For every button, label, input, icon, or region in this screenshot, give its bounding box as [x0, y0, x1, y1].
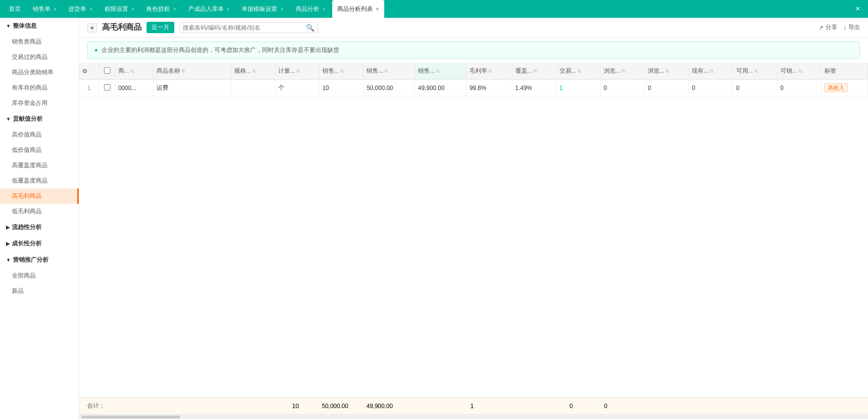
col-sale-amt2[interactable]: 销售...⇅ [415, 63, 466, 80]
footer-sale-amt2: 49,900.00 [366, 403, 411, 410]
sidebar-item-stock-capital[interactable]: 库存资金占用 [0, 95, 79, 111]
nav-role-auth[interactable]: 角色授权 × [141, 0, 181, 18]
nav-goods-analysis[interactable]: 商品分析 × [291, 0, 330, 18]
cell-tag: 高收入 [821, 80, 868, 96]
sidebar-group-overall[interactable]: ▼ 整体信息 [0, 18, 79, 34]
close-icon[interactable]: × [322, 6, 325, 12]
nav-template-settings[interactable]: 单据模板设置 × [237, 0, 288, 18]
sidebar-item-all-goods[interactable]: 全部商品 [0, 268, 79, 283]
col-sale-amt[interactable]: 销售...⇅ [363, 63, 415, 80]
main-layout: ▼ 整体信息 销售类商品 交易过的商品 商品分类助销率 有库存的商品 库存资金占… [0, 18, 868, 419]
col-current[interactable]: 现有...⇅ [689, 63, 733, 80]
col-name[interactable]: 商品名称⇅ [153, 63, 231, 80]
col-code[interactable]: 商...⇅ [115, 63, 153, 80]
sidebar-group-finance[interactable]: ▼ 贡献值分析 [0, 111, 79, 127]
cell-trade[interactable]: 1 [556, 80, 600, 96]
col-available[interactable]: 可用...⇅ [733, 63, 777, 80]
chevron-down-icon: ▼ [6, 23, 11, 29]
sidebar-item-sales-goods[interactable]: 销售类商品 [0, 34, 79, 49]
col-tag[interactable]: 标签 [821, 63, 868, 80]
horizontal-scrollbar[interactable] [79, 414, 868, 419]
footer-current: 0 [569, 403, 604, 410]
data-table: ⚙ 商...⇅ 商品名称⇅ 规格...⇅ [79, 63, 868, 96]
close-icon[interactable]: × [376, 6, 379, 12]
sidebar-item-traded-goods[interactable]: 交易过的商品 [0, 49, 79, 65]
top-nav: 首页 销售单 × 进货单 × 权限设置 × 角色授权 × 产成品入库单 × 单据… [0, 0, 868, 18]
col-trade[interactable]: 交易...⇅ [556, 63, 600, 80]
nav-goods-analysis-list[interactable]: 商品分析列表 × [332, 0, 384, 18]
col-coverage[interactable]: 覆盖...⇅ [512, 63, 556, 80]
nav-purchase-order[interactable]: 进货单 × [63, 0, 97, 18]
col-settings[interactable]: ⚙ [79, 63, 99, 80]
chevron-down-icon: ▼ [6, 257, 11, 263]
cell-view2: 0 [645, 80, 689, 96]
table-container: ⚙ 商...⇅ 商品名称⇅ 规格...⇅ [79, 63, 868, 397]
page-title: 高毛利商品 [102, 22, 142, 33]
chevron-right-icon: ▶ [6, 225, 10, 230]
table-header-row: ⚙ 商...⇅ 商品名称⇅ 规格...⇅ [79, 63, 868, 80]
col-view1[interactable]: 浏览...⇅ [600, 63, 644, 80]
header-actions: ↗ 分享 ↓ 导出 [818, 23, 860, 32]
cell-sale-qty: 10 [319, 80, 363, 96]
sidebar-item-high-margin[interactable]: 高毛利商品 [0, 188, 79, 204]
content-area: « 高毛利商品 近一月 🔍 ↗ 分享 ↓ 导出 ✦ 企业的主要的利润都是这部 [79, 18, 868, 419]
search-box: 🔍 [179, 22, 318, 33]
chevron-right-icon: ▶ [6, 241, 10, 246]
sidebar-item-high-value[interactable]: 高价值商品 [0, 127, 79, 142]
sidebar-group-marketing[interactable]: ▼ 营销推广分析 [0, 252, 79, 268]
cell-unit: 个 [275, 80, 319, 96]
export-button[interactable]: ↓ 导出 [843, 23, 860, 32]
scroll-thumb[interactable] [81, 416, 180, 419]
cell-salable: 0 [777, 80, 821, 96]
cell-code: 0000... [115, 80, 153, 96]
sidebar-group-trend[interactable]: ▶ 流趋性分析 [0, 219, 79, 235]
col-checkbox [99, 63, 115, 80]
nav-product-inbound[interactable]: 产成品入库单 × [183, 0, 235, 18]
footer-trade: 1 [470, 403, 500, 410]
col-spec[interactable]: 规格...⇅ [231, 63, 275, 80]
cell-available: 0 [733, 80, 777, 96]
sidebar-item-category-rate[interactable]: 商品分类助销率 [0, 65, 79, 80]
col-salable[interactable]: 可销...⇅ [777, 63, 821, 80]
sidebar-item-high-coverage[interactable]: 高覆盖度商品 [0, 158, 79, 173]
search-input[interactable] [183, 24, 304, 31]
row-checkbox [99, 80, 115, 96]
sidebar-group-growth[interactable]: ▶ 成长性分析 [0, 235, 79, 252]
nav-sales-order[interactable]: 销售单 × [28, 0, 61, 18]
table-row: 1 0000... 运费 个 10 50,000.00 49,900.00 99… [79, 80, 868, 96]
nav-home[interactable]: 首页 [4, 0, 26, 18]
info-icon: ✦ [94, 47, 99, 54]
search-icon[interactable]: 🔍 [306, 24, 314, 32]
collapse-sidebar-button[interactable]: « [87, 23, 97, 33]
window-close-button[interactable]: × [852, 4, 864, 13]
date-filter-button[interactable]: 近一月 [147, 22, 174, 33]
col-gross-rate[interactable]: 毛利率⇅ [466, 63, 512, 80]
sidebar-item-stocked-goods[interactable]: 有库存的商品 [0, 80, 79, 95]
col-view2[interactable]: 浏览...⇅ [645, 63, 689, 80]
row-select-checkbox[interactable] [104, 84, 110, 91]
close-icon[interactable]: × [89, 6, 92, 12]
sidebar-item-low-margin[interactable]: 低毛利商品 [0, 204, 79, 219]
cell-spec [231, 80, 275, 96]
close-icon[interactable]: × [280, 6, 283, 12]
close-icon[interactable]: × [131, 6, 134, 12]
sidebar-item-new-goods[interactable]: 新品 [0, 283, 79, 299]
col-unit[interactable]: 计量...⇅ [275, 63, 319, 80]
select-all-checkbox[interactable] [104, 67, 110, 74]
info-banner: ✦ 企业的主要的利润都是这部分商品创造的，可考虑加大推广，同时关注库存是不要出现… [87, 42, 860, 59]
nav-permission-settings[interactable]: 权限设置 × [100, 0, 139, 18]
close-icon[interactable]: × [227, 6, 230, 12]
cell-current: 0 [689, 80, 733, 96]
sidebar-item-low-value[interactable]: 低价值商品 [0, 142, 79, 158]
export-icon: ↓ [843, 24, 846, 31]
sidebar-item-low-coverage[interactable]: 低覆盖度商品 [0, 173, 79, 188]
trade-link[interactable]: 1 [560, 85, 563, 92]
close-icon[interactable]: × [53, 6, 56, 12]
col-sale-qty[interactable]: 销售...⇅ [319, 63, 363, 80]
close-icon[interactable]: × [173, 6, 176, 12]
share-button[interactable]: ↗ 分享 [818, 23, 837, 32]
share-icon: ↗ [818, 24, 823, 31]
footer-summary: 合计： 10 50,000.00 49,900.00 1 0 0 [79, 397, 868, 414]
chevron-down-icon: ▼ [6, 116, 11, 122]
content-header: « 高毛利商品 近一月 🔍 ↗ 分享 ↓ 导出 [79, 18, 868, 38]
